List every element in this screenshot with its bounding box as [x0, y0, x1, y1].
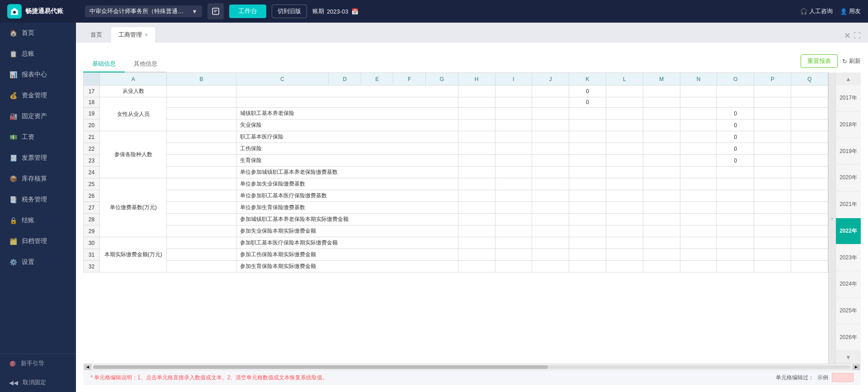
- year-item-2020年[interactable]: 2020年: [836, 165, 861, 191]
- cell-i[interactable]: [495, 225, 532, 237]
- cell-k[interactable]: [569, 202, 606, 214]
- cell-i[interactable]: [495, 249, 532, 261]
- cell-i[interactable]: [495, 86, 532, 97]
- cell-c[interactable]: 失业保险: [236, 120, 458, 131]
- cell-j[interactable]: [532, 225, 569, 237]
- cell-b[interactable]: [167, 120, 236, 131]
- cell-n[interactable]: [680, 131, 717, 143]
- cell-h[interactable]: [458, 97, 495, 108]
- cell-k[interactable]: [569, 190, 606, 202]
- cell-i[interactable]: [495, 178, 532, 190]
- cell-p[interactable]: [754, 120, 791, 131]
- cell-m[interactable]: [643, 155, 680, 167]
- cell-n[interactable]: [680, 237, 717, 249]
- cell-i[interactable]: [495, 143, 532, 155]
- cell-b[interactable]: [167, 261, 236, 272]
- year-item-2022年[interactable]: 2022年: [836, 218, 861, 245]
- cell-j[interactable]: [532, 190, 569, 202]
- cell-m[interactable]: [643, 86, 680, 97]
- cell-j[interactable]: [532, 143, 569, 155]
- cell-c[interactable]: 参加生育保险本期实际缴费金额: [236, 261, 458, 272]
- close-window-icon[interactable]: ✕: [844, 31, 851, 41]
- sidebar-item-salary[interactable]: 💵工资: [0, 127, 76, 148]
- cell-n[interactable]: [680, 155, 717, 167]
- cell-l[interactable]: [606, 190, 643, 202]
- cell-i[interactable]: [495, 97, 532, 108]
- cell-j[interactable]: [532, 202, 569, 214]
- cell-o[interactable]: [717, 190, 754, 202]
- cell-n[interactable]: [680, 249, 717, 261]
- cell-h[interactable]: [458, 202, 495, 214]
- year-down-button[interactable]: ▼: [836, 351, 861, 363]
- scroll-right-button[interactable]: ►: [853, 364, 860, 370]
- cell-j[interactable]: [532, 97, 569, 108]
- tab-close-button[interactable]: ×: [145, 32, 148, 38]
- cell-l[interactable]: [606, 249, 643, 261]
- cell-q[interactable]: [791, 249, 828, 261]
- cell-i[interactable]: [495, 120, 532, 131]
- cell-m[interactable]: [643, 143, 680, 155]
- cell-c[interactable]: [236, 86, 458, 97]
- cell-l[interactable]: [606, 143, 643, 155]
- cell-l[interactable]: [606, 167, 643, 178]
- cell-q[interactable]: [791, 225, 828, 237]
- company-info-button[interactable]: [208, 3, 224, 19]
- cell-p[interactable]: [754, 202, 791, 214]
- cell-c[interactable]: 工伤保险: [236, 143, 458, 155]
- cell-j[interactable]: [532, 261, 569, 272]
- cell-q[interactable]: [791, 237, 828, 249]
- cell-c[interactable]: [236, 97, 458, 108]
- cell-c[interactable]: 参加失业保险本期实际缴费金额: [236, 225, 458, 237]
- sidebar-item-tax[interactable]: 📑税务管理: [0, 189, 76, 210]
- year-item-2025年[interactable]: 2025年: [836, 298, 861, 325]
- user-profile-button[interactable]: 👤 用友: [840, 7, 861, 15]
- cell-o[interactable]: [717, 167, 754, 178]
- cell-q[interactable]: [791, 143, 828, 155]
- cell-j[interactable]: [532, 131, 569, 143]
- cell-i[interactable]: [495, 190, 532, 202]
- cell-o[interactable]: 0: [717, 131, 754, 143]
- cell-j[interactable]: [532, 108, 569, 120]
- cell-i[interactable]: [495, 214, 532, 225]
- cell-l[interactable]: [606, 214, 643, 225]
- cell-c[interactable]: 单位参加城镇职工基本养老保险缴费基数: [236, 167, 458, 178]
- cell-q[interactable]: [791, 131, 828, 143]
- cell-k[interactable]: [569, 131, 606, 143]
- cell-n[interactable]: [680, 167, 717, 178]
- cell-o[interactable]: [717, 86, 754, 97]
- cell-b[interactable]: [167, 202, 236, 214]
- cell-q[interactable]: [791, 167, 828, 178]
- maximize-icon[interactable]: ⛶: [854, 32, 861, 40]
- cell-q[interactable]: [791, 120, 828, 131]
- sidebar-item-guide[interactable]: 🎯 新手引导: [0, 354, 76, 373]
- cell-q[interactable]: [791, 261, 828, 272]
- cell-j[interactable]: [532, 214, 569, 225]
- cell-m[interactable]: [643, 178, 680, 190]
- spreadsheet[interactable]: ABCDEFGHIJKLMNOPQ 17从业人数018女性从业人员019城镇职工…: [83, 72, 828, 363]
- cell-o[interactable]: [717, 97, 754, 108]
- scroll-left-button[interactable]: ◄: [84, 364, 91, 370]
- cell-h[interactable]: [458, 131, 495, 143]
- cell-q[interactable]: [791, 86, 828, 97]
- cell-l[interactable]: [606, 108, 643, 120]
- cell-j[interactable]: [532, 167, 569, 178]
- cell-o[interactable]: [717, 202, 754, 214]
- cell-k[interactable]: 0: [569, 86, 606, 97]
- cell-b[interactable]: [167, 86, 236, 97]
- cell-h[interactable]: [458, 214, 495, 225]
- sidebar-item-assets[interactable]: 🏭固定资产: [0, 106, 76, 127]
- cell-p[interactable]: [754, 108, 791, 120]
- cell-n[interactable]: [680, 108, 717, 120]
- cell-h[interactable]: [458, 86, 495, 97]
- cell-c[interactable]: 单位参加失业保险缴费基数: [236, 178, 458, 190]
- sub-tab-basic[interactable]: 基础信息: [83, 56, 125, 72]
- company-selector[interactable]: 中审众环会计师事务所（特殊普通合伙... ▼: [85, 5, 202, 17]
- cell-m[interactable]: [643, 131, 680, 143]
- cell-p[interactable]: [754, 86, 791, 97]
- cell-l[interactable]: [606, 237, 643, 249]
- cell-k[interactable]: [569, 178, 606, 190]
- cell-n[interactable]: [680, 225, 717, 237]
- cell-m[interactable]: [643, 202, 680, 214]
- cell-k[interactable]: [569, 108, 606, 120]
- cell-b[interactable]: [167, 190, 236, 202]
